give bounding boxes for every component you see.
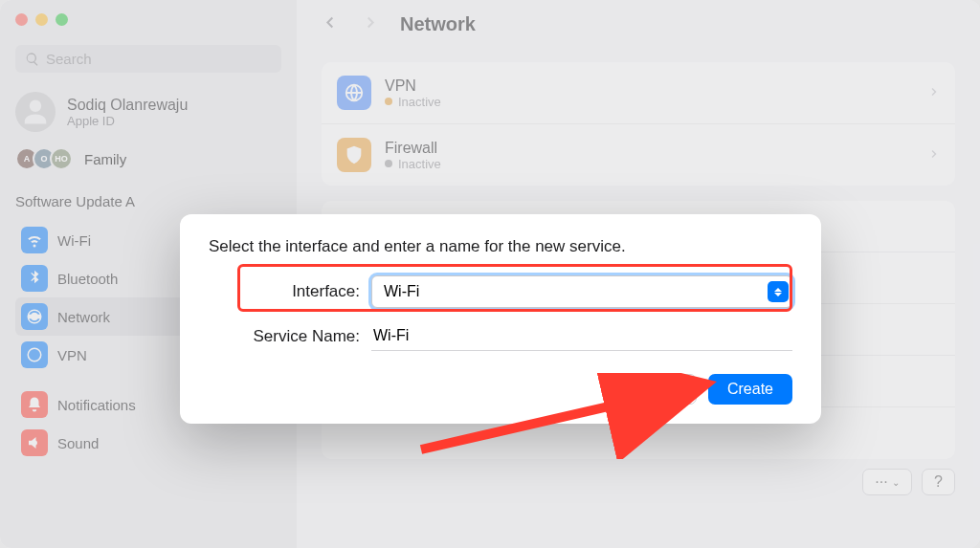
updown-caret-icon — [768, 281, 789, 302]
modal-prompt: Select the interface and enter a name fo… — [209, 237, 792, 256]
service-name-label: Service Name: — [209, 327, 371, 346]
interface-select-value: Wi-Fi — [371, 275, 792, 308]
create-button[interactable]: Create — [708, 374, 792, 405]
interface-label: Interface: — [209, 282, 371, 301]
interface-select[interactable]: Wi-Fi — [371, 275, 792, 308]
cancel-button[interactable]: Cancel — [609, 374, 697, 405]
service-name-input[interactable] — [371, 321, 792, 351]
new-service-modal: Select the interface and enter a name fo… — [180, 214, 821, 424]
